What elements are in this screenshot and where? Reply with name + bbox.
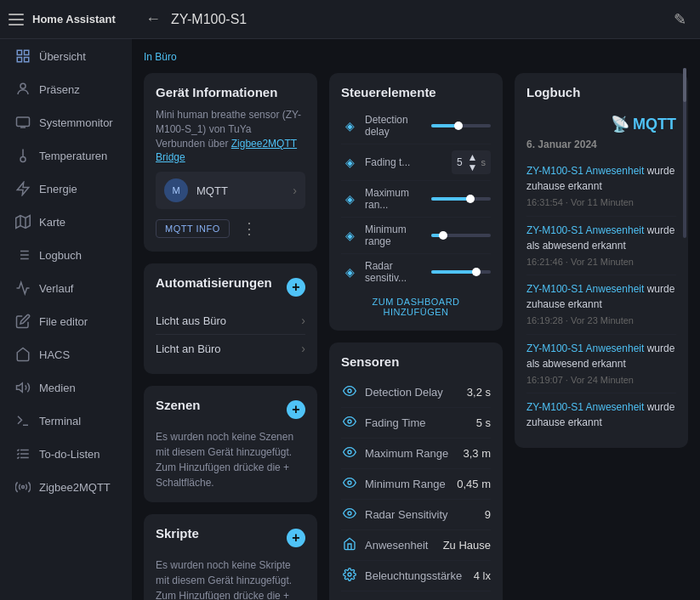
control-slider[interactable]	[431, 270, 491, 274]
sidebar-item-logbuch[interactable]: Logbuch	[3, 239, 128, 271]
mqtt-row[interactable]: M MQTT ›	[156, 172, 305, 209]
sidebar-label-verlauf: Verlauf	[39, 282, 73, 295]
hamburger-icon[interactable]	[9, 14, 24, 25]
control-icon: ◈	[341, 156, 358, 169]
skripte-header: Skripte +	[156, 526, 305, 549]
sensor-label: Minimum Range	[365, 478, 450, 490]
svg-rect-2	[17, 58, 21, 62]
sidebar-item-systemmonitor[interactable]: Systemmonitor	[3, 106, 128, 139]
mqtt-info-button[interactable]: MQTT INFO	[156, 219, 230, 238]
geraet-title: Gerät Informationen	[156, 85, 305, 99]
svg-point-26	[348, 481, 351, 484]
log-entry-link[interactable]: ZY-M100-S1 Anwesenheit	[526, 401, 644, 413]
edit-icon[interactable]: ✎	[674, 10, 686, 29]
sensor-value: 3,2 s	[467, 386, 491, 399]
sensor-row: Detection Delay 3,2 s	[341, 377, 491, 408]
sidebar-item-praesenz[interactable]: Präsenz	[3, 73, 128, 105]
svg-marker-17	[17, 383, 23, 393]
content-area: In Büro Gerät Informationen Mini human b…	[132, 39, 700, 600]
chevron-right-icon: ›	[293, 184, 297, 197]
sidebar-item-energie[interactable]: Energie	[3, 173, 128, 205]
add-szene-button[interactable]: +	[287, 400, 305, 419]
sidebar-item-temperaturen[interactable]: Temperaturen	[3, 139, 128, 172]
sidebar: Home Assistant ÜbersichtPräsenzSystemmon…	[0, 0, 132, 600]
control-row: ◈ Minimum range	[341, 218, 491, 254]
mqtt-info-row: MQTT INFO ⋮	[156, 218, 305, 240]
log-entry-link[interactable]: ZY-M100-S1 Anwesenheit	[526, 283, 644, 295]
sidebar-label-karte: Karte	[39, 216, 65, 229]
svg-point-25	[348, 450, 351, 454]
sidebar-item-file-editor[interactable]: File editor	[3, 305, 128, 337]
spin-buttons[interactable]: ▲ ▼	[468, 152, 478, 173]
control-slider[interactable]	[431, 234, 491, 237]
sidebar-item-zigbee2mqtt[interactable]: Zigbee2MQTT	[3, 471, 128, 503]
skripte-card: Skripte + Es wurden noch keine Skripte m…	[144, 514, 317, 600]
control-slider[interactable]	[431, 124, 491, 127]
svg-point-22	[22, 486, 25, 489]
sidebar-header: Home Assistant	[0, 0, 132, 39]
sidebar-item-karte[interactable]: Karte	[3, 206, 128, 238]
energie-icon	[15, 181, 31, 196]
sensor-icon	[341, 476, 358, 492]
sidebar-item-verlauf[interactable]: Verlauf	[3, 272, 128, 304]
mid-column: Steuerelemente ◈ Detection delay ◈ Fadin…	[329, 73, 503, 600]
control-slider[interactable]	[431, 197, 491, 201]
breadcrumb[interactable]: In Büro	[144, 51, 688, 63]
szenen-title: Szenen	[156, 398, 201, 412]
sidebar-title: Home Assistant	[32, 13, 116, 25]
unit-label: s	[481, 157, 487, 167]
sidebar-item-uebersicht[interactable]: Übersicht	[3, 40, 128, 72]
control-icon: ◈	[341, 265, 358, 279]
sidebar-item-terminal[interactable]: Terminal	[3, 405, 128, 437]
control-label: Fading t...	[365, 156, 445, 168]
sensor-row: Anwesenheit Zu Hause	[341, 530, 491, 561]
control-icon: ◈	[341, 229, 358, 242]
sidebar-item-hacs[interactable]: HACS	[3, 338, 128, 371]
sidebar-label-file-editor: File editor	[39, 315, 88, 328]
mqtt-logo-icon: 📡	[611, 115, 629, 133]
number-input[interactable]: 5 ▲ ▼ s	[452, 150, 491, 174]
steuerelemente-dashboard-button[interactable]: ZUM DASHBOARD HINZUFÜGEN	[341, 290, 491, 319]
log-entry-time: 16:21:46 · Vor 21 Minuten	[526, 255, 676, 269]
zigbee2mqtt-icon	[15, 479, 31, 495]
chevron-right-icon: ›	[301, 314, 305, 327]
log-entry-link[interactable]: ZY-M100-S1 Anwesenheit	[526, 165, 644, 177]
sensor-icon	[341, 415, 358, 431]
terminal-icon	[15, 413, 31, 428]
sensoren-list: Detection Delay 3,2 s Fading Time 5 s Ma…	[341, 377, 491, 600]
sensor-value: 5 s	[476, 416, 491, 429]
automatisierung-item[interactable]: Licht an Büro ›	[156, 335, 305, 362]
left-column: Gerät Informationen Mini human breathe s…	[144, 73, 317, 600]
more-options-icon[interactable]: ⋮	[236, 218, 262, 240]
control-row: ◈ Maximum ran...	[341, 181, 491, 218]
spin-down-button[interactable]: ▼	[468, 162, 478, 173]
sensor-icon	[341, 445, 358, 461]
automatisierungen-card: Automatisierungen + Licht aus Büro › Lic…	[144, 263, 317, 374]
add-automatisierung-button[interactable]: +	[287, 278, 305, 297]
sensor-value: 9	[485, 508, 491, 521]
svg-point-28	[348, 573, 351, 576]
sensor-icon	[341, 568, 358, 584]
back-button[interactable]: ←	[145, 10, 161, 28]
sidebar-item-to-do[interactable]: To-do-Listen	[3, 438, 128, 470]
log-entry-link[interactable]: ZY-M100-S1 Anwesenheit	[526, 224, 644, 236]
automatisierungen-list: Licht aus Büro › Licht an Büro ›	[156, 307, 305, 362]
sidebar-item-medien[interactable]: Medien	[3, 371, 128, 404]
sensor-label: Anwesenheit	[365, 539, 436, 552]
szenen-card: Szenen + Es wurden noch keine Szenen mit…	[144, 386, 317, 502]
sidebar-label-praesenz: Präsenz	[39, 83, 80, 96]
add-skript-button[interactable]: +	[287, 529, 305, 547]
sidebar-label-systemmonitor: Systemmonitor	[39, 116, 113, 129]
sensor-icon	[341, 507, 358, 523]
sensor-icon	[341, 384, 358, 400]
automatisierung-item[interactable]: Licht aus Büro ›	[156, 307, 305, 335]
sensor-row: Beleuchtungsstärke 4 lx	[341, 561, 491, 592]
log-entry-link[interactable]: ZY-M100-S1 Anwesenheit	[526, 342, 644, 354]
mqtt-label: MQTT	[196, 184, 293, 197]
automatisierungen-title: Automatisierungen	[156, 275, 272, 290]
geraet-card: Gerät Informationen Mini human breathe s…	[144, 73, 317, 252]
skripte-empty-text: Es wurden noch keine Skripte mit diesem …	[156, 558, 305, 600]
control-label: Detection delay	[365, 114, 424, 138]
control-label: Radar sensitiv...	[365, 260, 424, 284]
temperaturen-icon	[15, 148, 31, 163]
